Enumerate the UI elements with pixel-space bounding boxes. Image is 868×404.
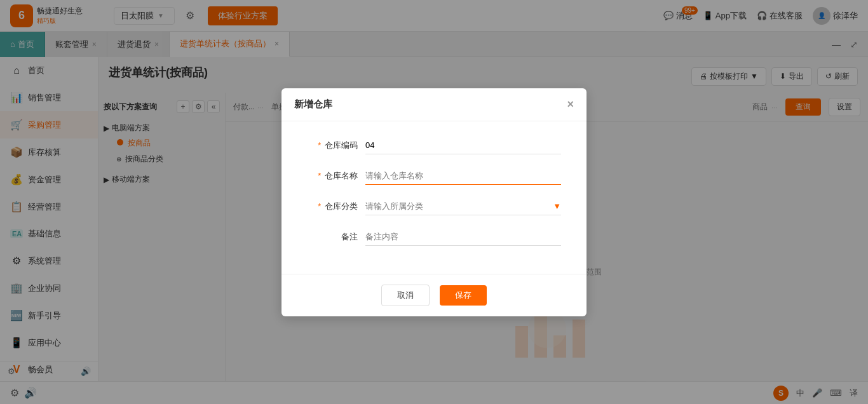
name-label: * 仓库名称 [307, 170, 358, 182]
modal-footer: 取消 保存 [281, 274, 587, 316]
modal-close-button[interactable]: × [567, 98, 574, 110]
category-field-row: * 仓库分类 ▼ [307, 198, 561, 215]
modal-header: 新增仓库 × [281, 88, 587, 121]
warehouse-code-input[interactable] [365, 137, 561, 154]
code-required-mark: * [318, 140, 321, 150]
warehouse-name-input[interactable] [365, 167, 561, 185]
category-required-mark: * [318, 201, 321, 211]
warehouse-category-input[interactable] [365, 201, 553, 211]
name-field-row: * 仓库名称 [307, 167, 561, 185]
category-chevron-icon: ▼ [553, 201, 561, 211]
modal-title: 新增仓库 [294, 98, 332, 111]
code-field-row: * 仓库编码 [307, 137, 561, 154]
modal-overlay[interactable]: 新增仓库 × * 仓库编码 * 仓库名称 [0, 0, 868, 404]
category-select-wrapper: ▼ [365, 198, 561, 215]
save-button[interactable]: 保存 [440, 285, 487, 306]
code-label: * 仓库编码 [307, 140, 358, 151]
note-field-row: 备注 [307, 228, 561, 246]
name-required-mark: * [318, 171, 321, 180]
category-label: * 仓库分类 [307, 201, 358, 212]
modal-body: * 仓库编码 * 仓库名称 * 仓库分类 [281, 121, 587, 274]
warehouse-note-input[interactable] [365, 228, 561, 246]
cancel-button[interactable]: 取消 [381, 285, 430, 306]
note-label: 备注 [307, 231, 358, 243]
new-warehouse-modal: 新增仓库 × * 仓库编码 * 仓库名称 [281, 88, 587, 316]
